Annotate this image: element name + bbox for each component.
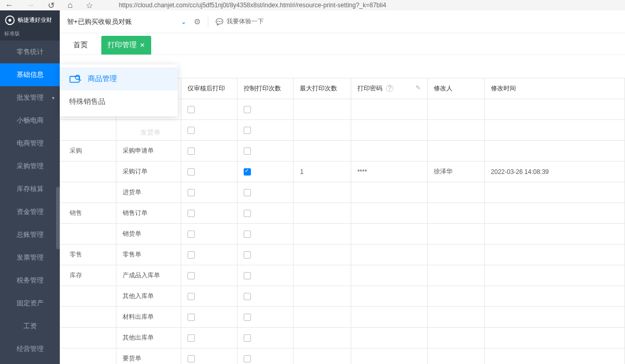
cell-after-audit xyxy=(181,161,237,182)
cell-control-count xyxy=(237,245,294,265)
cell-modify-time: 2022-03-26 14:08:39 xyxy=(484,161,624,182)
checkbox-control-count[interactable] xyxy=(244,251,251,259)
cell-max-count xyxy=(294,182,351,203)
cell-modify-time xyxy=(484,328,624,348)
sidebar-item-9[interactable]: 发票管理 xyxy=(0,246,60,269)
org-selector[interactable]: 智+已购买收银员对账 ⌄ xyxy=(67,17,187,26)
chevron-down-icon: ▾ xyxy=(52,95,55,101)
sidebar-item-13[interactable]: 经营管理 xyxy=(0,338,60,360)
close-icon[interactable]: ✕ xyxy=(140,42,145,49)
col-max-count: 最大打印次数 xyxy=(294,78,351,99)
sidebar-item-4[interactable]: 电商管理 xyxy=(0,132,60,155)
checkbox-after-audit[interactable] xyxy=(188,334,195,342)
cell-password xyxy=(351,182,427,203)
cell-max-count xyxy=(294,99,351,120)
forward-icon[interactable]: → xyxy=(26,1,35,10)
cell-control-count xyxy=(237,161,294,182)
checkbox-control-count[interactable] xyxy=(244,168,251,176)
checkbox-control-count[interactable] xyxy=(244,334,251,342)
cell-control-count xyxy=(237,328,294,348)
checkbox-after-audit[interactable] xyxy=(188,251,195,259)
cell-max-count xyxy=(294,120,351,141)
chevron-down-icon: ⌄ xyxy=(181,18,187,25)
cell-category xyxy=(60,182,116,203)
gear-icon[interactable]: ⚙ xyxy=(194,17,201,26)
cell-modifier xyxy=(427,286,484,307)
col-password-label: 打印密码 xyxy=(357,85,382,92)
star-icon[interactable]: ☆ xyxy=(86,1,93,10)
checkbox-after-audit[interactable] xyxy=(188,189,195,196)
cell-modify-time xyxy=(484,120,624,141)
cell-category xyxy=(60,224,116,245)
checkbox-after-audit[interactable] xyxy=(188,314,195,321)
checkbox-control-count[interactable] xyxy=(244,127,251,134)
sidebar-scrollbar[interactable] xyxy=(56,187,60,249)
checkbox-after-audit[interactable] xyxy=(188,127,195,134)
cell-modify-time xyxy=(484,245,624,265)
cell-doc: 采购申请单 xyxy=(116,141,181,161)
checkbox-control-count[interactable] xyxy=(244,231,251,238)
checkbox-after-audit[interactable] xyxy=(188,293,195,300)
col-password: 打印密码 ? ✎ xyxy=(351,78,427,99)
tab-label: 打印管理 xyxy=(108,41,137,50)
checkbox-control-count[interactable] xyxy=(244,210,251,217)
home-icon[interactable]: ⌂ xyxy=(68,1,73,10)
cell-modify-time xyxy=(484,182,624,203)
product-icon xyxy=(69,73,83,85)
checkbox-after-audit[interactable] xyxy=(188,106,195,113)
sidebar-item-0[interactable]: 零售统计 xyxy=(0,41,60,63)
flyout-item-special-sale[interactable]: 特殊销售品 xyxy=(60,90,178,113)
sidebar-item-8[interactable]: 总账管理 xyxy=(0,223,60,246)
browser-toolbar: ← → ↺ ⌂ ☆ https://cloud.chanjet.com/cc/u… xyxy=(0,0,625,10)
cell-modifier xyxy=(427,141,484,161)
cell-after-audit xyxy=(181,224,237,245)
cell-modifier xyxy=(427,328,484,348)
cell-max-count: 1 xyxy=(294,161,351,182)
sidebar-item-6[interactable]: 库存核算 xyxy=(0,178,60,200)
checkbox-after-audit[interactable] xyxy=(188,168,195,176)
cell-control-count xyxy=(237,99,294,120)
sidebar-item-10[interactable]: 税务管理 xyxy=(0,269,60,292)
cell-category xyxy=(60,161,116,182)
flyout-item-product-mgmt[interactable]: 商品管理 xyxy=(60,68,178,90)
main-area: 智+已购买收银员对账 ⌄ ⚙ 💬 我要体验一下 首页 打印管理 ✕ xyxy=(60,10,625,364)
sidebar-item-11[interactable]: 固定资产 xyxy=(0,292,60,315)
cell-doc: 采购订单 xyxy=(116,161,181,182)
checkbox-after-audit[interactable] xyxy=(188,272,195,279)
help-icon[interactable]: ? xyxy=(386,85,393,92)
checkbox-control-count[interactable] xyxy=(244,314,251,321)
table-row: 采购订单1****徐泽华2022-03-26 14:08:39 xyxy=(60,161,625,182)
sidebar-item-12[interactable]: 工资 xyxy=(0,315,60,338)
tab-print-management[interactable]: 打印管理 ✕ xyxy=(101,36,151,55)
tab-label: 首页 xyxy=(73,41,88,50)
sidebar-item-7[interactable]: 资金管理 xyxy=(0,200,60,223)
cell-after-audit xyxy=(181,203,237,224)
checkbox-control-count[interactable] xyxy=(244,189,251,196)
sidebar-item-5[interactable]: 采购管理 xyxy=(0,155,60,178)
sidebar-item-3[interactable]: 小畅电商 xyxy=(0,109,60,132)
checkbox-control-count[interactable] xyxy=(244,355,251,362)
sidebar-item-2[interactable]: 批发管理▾ xyxy=(0,86,60,109)
checkbox-control-count[interactable] xyxy=(244,272,251,279)
cell-modifier xyxy=(427,265,484,286)
cell-modify-time xyxy=(484,203,624,224)
col-after-audit: 仅审核后打印 xyxy=(181,78,237,99)
checkbox-control-count[interactable] xyxy=(244,106,251,113)
checkbox-after-audit[interactable] xyxy=(188,231,195,238)
cell-modify-time xyxy=(484,224,624,245)
cell-doc: 其他入库单 xyxy=(116,286,181,307)
refresh-icon[interactable]: ↺ xyxy=(48,1,55,10)
sidebar-item-1[interactable]: 基础信息 xyxy=(0,63,60,86)
edit-icon[interactable]: ✎ xyxy=(416,84,421,91)
checkbox-after-audit[interactable] xyxy=(188,355,195,362)
table-row: 销售销售订单 xyxy=(60,203,625,224)
checkbox-after-audit[interactable] xyxy=(188,210,195,217)
cell-doc: 产成品入库单 xyxy=(116,265,181,286)
experience-link[interactable]: 💬 我要体验一下 xyxy=(216,17,264,26)
checkbox-control-count[interactable] xyxy=(244,293,251,300)
back-icon[interactable]: ← xyxy=(5,1,14,10)
tab-home[interactable]: 首页 xyxy=(67,36,94,55)
print-settings-table: 仅审核后打印 控制打印次数 最大打印次数 打印密码 ? ✎ 修改人 修改时间 采… xyxy=(60,78,625,364)
checkbox-control-count[interactable] xyxy=(244,147,251,155)
checkbox-after-audit[interactable] xyxy=(188,147,195,155)
